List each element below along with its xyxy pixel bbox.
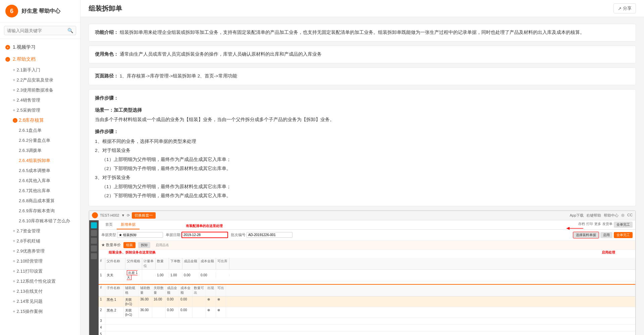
sidebar-item-assembly[interactable]: 2.6.4组装拆卸单 [19, 156, 80, 166]
sidebar-item-other-in[interactable]: 2.6.6其他入库单 [19, 176, 80, 186]
sidebar-item-video[interactable]: + 1.视频学习 [0, 42, 80, 53]
sidebar-item-dataprep[interactable]: +2.3使用前数据准备 [13, 85, 80, 95]
sidebar-item-count[interactable]: 2.6.1盘点单 [19, 125, 80, 135]
sidebar-item-install[interactable]: +2.2产品安装及登录 [13, 75, 80, 85]
sth-qty1: 辅助数量 [139, 285, 152, 296]
sc-disassembly-btn[interactable]: 拆卸 [138, 242, 150, 248]
sc-assembly-btn[interactable]: 组装 [123, 242, 136, 248]
sidebar-item-coupon[interactable]: +2.9优惠券管理 [13, 246, 80, 256]
sidebar-item-sales[interactable]: +2.4销售管理 [13, 95, 80, 105]
th-unit: 计量单位 [142, 258, 156, 269]
sc-topbar-left: TEST-H002 ▼ ⟳ 切换账套一 [92, 212, 156, 219]
step2-1: （1）上部明细为父件明细，最终作为产成品生成其它入库单； [102, 156, 630, 164]
arrow-bom [565, 225, 585, 232]
td-unit [142, 274, 156, 276]
section-label: 2.帮助文档 [13, 56, 36, 62]
sc-topbar: TEST-H002 ▼ ⟳ 切换账套一 App下载 右键帮助 帮助中心 ◎ CC [89, 211, 635, 220]
sth-action2: 可出 [216, 285, 226, 296]
sidebar-item-docs[interactable]: - 2.帮助文档 [0, 54, 80, 65]
sidebar-item-ops[interactable]: +2.10经营管理 [13, 256, 80, 266]
sc-help-icon: 右键帮助 [586, 213, 601, 218]
sidebar-item-ledger-query[interactable]: 2.6.9库存账本查询 [19, 206, 80, 216]
sc-app-download: App下载 [570, 213, 584, 218]
sc-child-row-3: 3 [99, 318, 635, 325]
search-area: 🔍 [0, 22, 80, 39]
role-label: 使用角色： [95, 52, 118, 57]
role-block: 使用角色： 通常由生产人员或库管人员完成拆装业务的操作，库管人员确认原材料的出库… [89, 46, 636, 63]
sc-form: 单据类型 单据日期 批次编号 [99, 230, 635, 241]
th-amt1: 成品金额 [182, 258, 199, 269]
sc-date-input[interactable] [181, 232, 228, 238]
sc-sidebar-icon-2 [91, 230, 97, 236]
nav-list: + 1.视频学习 - 2.帮助文档 +2.1新手入门 +2.2产品安装及登录 +… [0, 39, 80, 335]
sc-table-row-1: 1 关关 出差 1大 1.00 1.00 0.00 0.00 [99, 270, 635, 281]
main-area: 组装拆卸单 ↗ 分享 功能介绍： 组装拆卸单用来处理企业组装或拆卸等加工业务，支… [80, 0, 644, 335]
role-text: 通常由生产人员或库管人员完成拆装业务的操作，库管人员确认原材料的出库和产成品的入… [120, 52, 322, 57]
sidebar-item-finance[interactable]: +2.7资金管理 [13, 226, 80, 236]
th-empty [229, 258, 635, 269]
sidebar-item-custom[interactable]: +2.12系统个性化设置 [13, 276, 80, 286]
sidebar-item-newbie[interactable]: +2.1新手入门 [13, 65, 80, 75]
sc-refresh-icon[interactable]: ⟳ [127, 213, 130, 218]
sc-child-row-4: 4 [99, 325, 635, 331]
sc-enable-btn[interactable]: 启用 [600, 232, 612, 238]
sth-end [226, 285, 635, 296]
sidebar-item-print[interactable]: +2.11打印设置 [13, 266, 80, 276]
th-orderqty: 下单数 [169, 258, 182, 269]
sidebar-item-mobile[interactable]: +2.8手机旺铺 [13, 236, 80, 246]
logo-area: 6 好生意 帮助中心 [0, 0, 80, 22]
step3: 3、对于拆装业务 [95, 174, 630, 182]
sidebar-item-transfer[interactable]: 2.6.3调拨单 [19, 146, 80, 156]
step3-1: （1）上部明细为父件明细，最终作为原材料生成其它出库单； [102, 183, 630, 191]
search-icon[interactable]: 🔍 [67, 28, 73, 33]
sc-process-label: ★ 数量单价 [101, 242, 121, 247]
sc-sidebar-icon-3 [91, 238, 97, 244]
sc-left-sidebar [89, 220, 99, 335]
sidebar-item-ledger-error[interactable]: 2.6.10库存账本错了怎么办 [19, 216, 80, 226]
inventory-subitems: 2.6.1盘点单 2.6.2分量盘点单 2.6.3调拨单 2.6.4组装拆卸单 … [13, 125, 80, 226]
sidebar-item-cost-adjust[interactable]: 2.6.5成本调整单 [19, 166, 80, 176]
sc-child-row-1: 1 黑色 1 关联(t+1) 36.00 16.00 0.00 0.00 ⊕ ⊗ [99, 296, 635, 307]
td-avail [216, 274, 229, 276]
th-pspec: 父件规格 [125, 258, 142, 269]
sc-batch-input[interactable] [247, 232, 292, 238]
share-button[interactable]: ↗ 分享 [613, 3, 636, 13]
scenario1-title: 场景一：加工类型选择 [95, 106, 630, 114]
sc-user-icon: ◎ [621, 213, 625, 218]
sc-tab-new[interactable]: 新增单据 [117, 220, 140, 229]
sc-tab-home[interactable]: 首页 [101, 220, 117, 229]
sidebar-item-inventory[interactable]: - 2.6库存核算 [13, 115, 80, 125]
steps-block: 操作步骤： 场景一：加工类型选择 当由多个子件材料组装成一个成品的业务为【组装】… [89, 89, 636, 206]
sth-qty5: 数量可出 [193, 285, 206, 296]
sc-table-header: # 父件名称 父件规格 计量单位 数量 下单数 成品金额 成本金额 可出库 [99, 258, 635, 270]
expand-icon: + [5, 45, 10, 50]
sc-complete-btn[interactable]: 全单完工 [614, 222, 633, 228]
sidebar-item-partial-count[interactable]: 2.6.2分量盘点单 [19, 135, 80, 146]
td-amt2: 0.00 [199, 272, 216, 278]
logo-text: 好生意 帮助中心 [21, 8, 60, 15]
sidebar-item-other-out[interactable]: 2.6.7其他出库单 [19, 186, 80, 196]
annotation-enable: 启用处理 [602, 250, 615, 255]
share-label: 分享 [623, 5, 632, 11]
sc-complete-btn2[interactable]: 全单完工 [614, 232, 633, 238]
sidebar-item-cases[interactable]: +2.15操作案例 [13, 306, 80, 317]
top-bar: 组装拆卸单 ↗ 分享 [80, 0, 644, 17]
sidebar-item-cost-recalc[interactable]: 2.6.8商品成本重算 [19, 196, 80, 206]
sc-type-input[interactable] [117, 232, 163, 238]
sc-form-batch: 批次编号 [231, 232, 292, 238]
sidebar-item-payment[interactable]: +2.13在线支付 [13, 286, 80, 296]
sc-process-row: ★ 数量单价 组装 拆卸 启用品名 组装业务、拆卸业务在这里切换 启用处理 [99, 241, 635, 250]
sc-sub-table-header: # 子件名称 辅助规格 辅助数量 关联数量 成品金额 成本金额 数量可出 出现 … [99, 285, 635, 296]
sc-enable-product-label: 启用品名 [156, 243, 169, 247]
search-input[interactable] [7, 28, 67, 33]
sc-form-date: 单据日期 [166, 232, 228, 238]
sc-switch-account-btn[interactable]: 切换账套一 [132, 212, 156, 219]
td-amt1: 0.00 [182, 272, 199, 278]
sc-child-row-5: 5 [99, 331, 635, 335]
sidebar-item-purchase[interactable]: +2.5采购管理 [13, 105, 80, 115]
sc-spec-highlighted: 出差 1大 [127, 270, 138, 280]
sc-select-bom-btn[interactable]: 选择装料单据 [573, 232, 599, 238]
scenario1-desc: 当由多个子件材料组装成一个成品的业务为【组装】业务，当由一个父件拆分成多个子产品… [95, 116, 630, 124]
sth-num: # [99, 285, 105, 296]
sidebar-item-faq[interactable]: +2.14常见问题 [13, 296, 80, 306]
